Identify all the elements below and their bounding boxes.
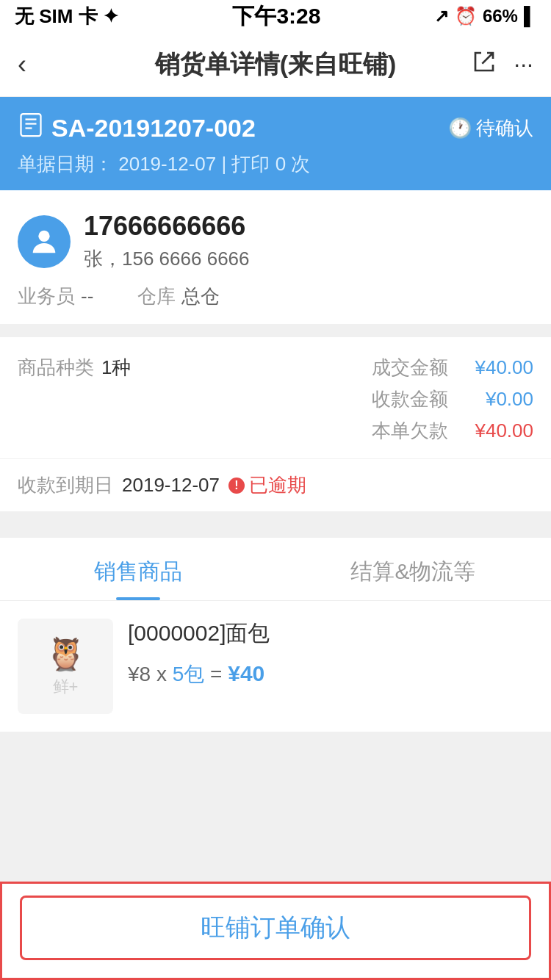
customer-info: 17666666666 张，156 6666 6666 — [84, 211, 250, 272]
due-label: 收款到期日 — [18, 472, 113, 498]
product-total: ¥40 — [228, 661, 264, 685]
customer-phone: 17666666666 — [84, 211, 250, 242]
product-name: [0000002]面包 — [128, 619, 533, 649]
order-id-text: SA-20191207-002 — [51, 114, 256, 143]
order-header: SA-20191207-002 🕐 待确认 单据日期： 2019-12-07 |… — [0, 97, 551, 190]
product-type: 商品种类 1种 — [18, 355, 131, 381]
product-quantity: 5包 — [173, 663, 205, 685]
order-icon — [18, 112, 44, 144]
confirm-order-button[interactable]: 旺铺订单确认 — [20, 896, 531, 960]
sales-value: -- — [81, 285, 93, 308]
nav-actions: ··· — [472, 50, 533, 79]
order-date: 单据日期： 2019-12-07 | 打印 0 次 — [18, 151, 533, 177]
tab-sales-products[interactable]: 销售商品 — [0, 538, 276, 600]
customer-avatar — [18, 215, 71, 268]
product-details: [0000002]面包 ¥8 x 5包 = ¥40 — [128, 619, 533, 688]
tab-settlement-logistics[interactable]: 结算&物流等 — [276, 538, 551, 600]
svg-point-4 — [38, 230, 49, 241]
svg-rect-0 — [21, 114, 41, 136]
page-title: 销货单详情(来自旺铺) — [155, 48, 397, 82]
back-button[interactable]: ‹ — [18, 49, 62, 80]
print-info: | 打印 0 次 — [221, 153, 310, 175]
more-icon[interactable]: ··· — [514, 51, 533, 78]
transaction-row: 成交金额 ¥40.00 — [372, 355, 533, 381]
date-label: 单据日期： — [18, 153, 113, 175]
date-value: 2019-12-07 — [118, 153, 216, 175]
location-icon: ↗ — [434, 6, 449, 26]
brand-plus: 鲜+ — [53, 676, 79, 698]
overdue-icon: ! — [228, 478, 245, 494]
owed-row: 本单欠款 ¥40.00 — [372, 418, 533, 444]
status-time: 下午3:28 — [232, 1, 320, 32]
product-image-placeholder: 🦉 — [46, 635, 86, 673]
tabs-section: 销售商品 结算&物流等 🦉 鲜+ [0000002]面包 — [0, 538, 551, 732]
warehouse-value: 总仓 — [181, 284, 220, 309]
stats-section: 商品种类 1种 成交金额 ¥40.00 收款金额 ¥0.00 本单欠款 ¥40.… — [0, 337, 551, 458]
product-price: ¥8 x 5包 = ¥40 — [128, 660, 533, 688]
product-section: 🦉 鲜+ [0000002]面包 ¥8 x 5包 — [0, 601, 551, 732]
product-type-label: 商品种类 — [18, 355, 94, 381]
status-text: 待确认 — [476, 115, 533, 141]
bottom-area — [0, 732, 551, 893]
tab-active-indicator — [116, 597, 160, 600]
owed-value: ¥40.00 — [460, 419, 533, 442]
customer-name: 张，156 6666 6666 — [84, 246, 250, 272]
battery-icon: ▌ — [524, 6, 536, 26]
divider-2 — [0, 511, 551, 525]
overdue-badge: ! 已逾期 — [228, 472, 306, 498]
status-left: 无 SIM 卡 ✦ — [15, 4, 119, 29]
sales-person: 业务员 -- — [18, 284, 93, 309]
due-date-value: 2019-12-07 — [122, 474, 220, 497]
divider-1 — [0, 324, 551, 337]
status-bar: 无 SIM 卡 ✦ 下午3:28 ↗ ⏰ 66% ▌ — [0, 0, 551, 32]
product-item: 🦉 鲜+ [0000002]面包 ¥8 x 5包 — [18, 619, 533, 714]
overdue-text: 已逾期 — [249, 472, 306, 498]
product-thumbnail: 🦉 鲜+ — [18, 619, 113, 714]
received-row: 收款金额 ¥0.00 — [372, 386, 533, 412]
alarm-icon: ⏰ — [455, 6, 477, 26]
order-id: SA-20191207-002 — [18, 112, 256, 144]
clock-icon: 🕐 — [448, 117, 472, 140]
warehouse: 仓库 总仓 — [137, 284, 220, 309]
nav-bar: ‹ 销货单详情(来自旺铺) ··· — [0, 32, 551, 97]
amount-stats: 成交金额 ¥40.00 收款金额 ¥0.00 本单欠款 ¥40.00 — [372, 355, 533, 444]
battery-level: 66% — [483, 6, 518, 26]
confirm-button-container: 旺铺订单确认 — [0, 882, 551, 980]
tabs-bar: 销售商品 结算&物流等 — [0, 538, 551, 601]
received-value: ¥0.00 — [460, 388, 533, 411]
transaction-value: ¥40.00 — [460, 356, 533, 379]
customer-meta: 业务员 -- 仓库 总仓 — [18, 284, 533, 309]
status-right: ↗ ⏰ 66% ▌ — [434, 6, 536, 26]
product-type-value: 1种 — [101, 355, 131, 381]
customer-section: 17666666666 张，156 6666 6666 业务员 -- 仓库 总仓 — [0, 190, 551, 324]
due-section: 收款到期日 2019-12-07 ! 已逾期 — [0, 458, 551, 511]
share-icon[interactable] — [472, 50, 496, 79]
order-status: 🕐 待确认 — [448, 115, 533, 141]
